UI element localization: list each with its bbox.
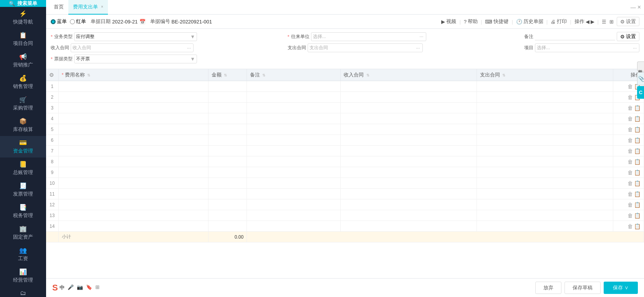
copy-row-btn-10[interactable]: 📋 (634, 180, 641, 186)
footer-bookmark-icon[interactable]: 🔖 (86, 284, 92, 291)
cell-amount-4[interactable] (209, 113, 247, 124)
cell-expense-name-14[interactable] (58, 221, 209, 232)
sidebar-item-project-contract[interactable]: 📋项目合同 (0, 28, 46, 50)
cell-expense-contract-13[interactable] (477, 210, 613, 221)
sidebar-item-capital-mgmt[interactable]: 💳资金管理 (0, 136, 46, 158)
cell-note-5[interactable] (247, 124, 341, 135)
cell-expense-name-11[interactable] (58, 189, 209, 199)
cell-expense-contract-9[interactable] (477, 167, 613, 178)
copy-row-btn-13[interactable]: 📋 (634, 212, 641, 219)
sidebar-item-purchase-mgmt[interactable]: 🛒采购管理 (0, 93, 46, 114)
project-select[interactable]: 选择... ··· (535, 43, 639, 52)
copy-row-btn-14[interactable]: 📋 (634, 223, 641, 229)
cell-amount-8[interactable] (209, 156, 247, 167)
sidebar-item-ops-mgmt[interactable]: 📊经营管理 (0, 265, 46, 287)
window-minimize-icon[interactable]: — (631, 4, 636, 10)
delete-row-btn-3[interactable]: 🗑 (627, 105, 633, 111)
sort-note[interactable]: ⇅ (262, 73, 265, 77)
cell-note-1[interactable] (247, 81, 341, 92)
delete-row-btn-14[interactable]: 🗑 (627, 223, 633, 229)
help-btn[interactable]: ? 帮助 (464, 18, 478, 25)
cell-expense-name-10[interactable] (58, 178, 209, 189)
cell-amount-10[interactable] (209, 178, 247, 189)
sort-amount[interactable]: ⇅ (224, 73, 227, 77)
cell-note-2[interactable] (247, 92, 341, 103)
delete-row-btn-13[interactable]: 🗑 (627, 212, 633, 219)
copy-row-btn-7[interactable]: 📋 (634, 148, 641, 154)
delete-row-btn-11[interactable]: 🗑 (627, 191, 633, 197)
cell-expense-name-6[interactable] (58, 135, 209, 146)
cell-note-12[interactable] (247, 199, 341, 210)
cell-expense-contract-12[interactable] (477, 199, 613, 210)
delete-row-btn-4[interactable]: 🗑 (627, 116, 633, 122)
cell-amount-12[interactable] (209, 199, 247, 210)
settings-btn[interactable]: ⚙ 设置 (617, 17, 639, 26)
delete-row-btn-12[interactable]: 🗑 (627, 202, 633, 208)
video-btn[interactable]: ▶ 视频 (441, 18, 456, 25)
copy-row-btn-12[interactable]: 📋 (634, 202, 641, 208)
th-expense-name[interactable]: * 费用名称 ⇅ (58, 69, 209, 81)
cell-amount-14[interactable] (209, 221, 247, 232)
cell-expense-name-2[interactable] (58, 92, 209, 103)
cell-expense-contract-1[interactable] (477, 81, 613, 92)
history-btn[interactable]: 🕐 历史单据 (516, 18, 543, 25)
cell-expense-name-7[interactable] (58, 146, 209, 156)
cell-expense-name-1[interactable] (58, 81, 209, 92)
delete-row-btn-6[interactable]: 🗑 (627, 137, 633, 143)
delete-row-btn-7[interactable]: 🗑 (627, 148, 633, 154)
cell-expense-contract-2[interactable] (477, 92, 613, 103)
cell-expense-contract-11[interactable] (477, 189, 613, 199)
cell-amount-5[interactable] (209, 124, 247, 135)
copy-row-btn-9[interactable]: 📋 (634, 169, 641, 176)
cell-expense-contract-8[interactable] (477, 156, 613, 167)
sidebar-item-base-info[interactable]: 🗂基础信息 (0, 287, 46, 297)
cell-amount-9[interactable] (209, 167, 247, 178)
cell-income-contract-5[interactable] (341, 124, 477, 135)
remark-input[interactable] (535, 33, 615, 40)
save-button[interactable]: 保存 ∨ (604, 282, 638, 294)
sidebar-item-fixed-assets[interactable]: 🏢固定资产 (0, 222, 46, 244)
cell-expense-name-4[interactable] (58, 113, 209, 124)
cell-expense-contract-4[interactable] (477, 113, 613, 124)
th-income-contract[interactable]: 收入合同 ⇅ (341, 69, 477, 81)
float-btn-green[interactable]: C (637, 86, 644, 99)
cell-income-contract-10[interactable] (341, 178, 477, 189)
delete-row-btn-9[interactable]: 🗑 (627, 169, 633, 176)
sidebar-top[interactable]: 🔍 搜索菜单 (0, 0, 46, 7)
copy-row-btn-4[interactable]: 📋 (634, 116, 641, 122)
income-contract-more-btn[interactable]: ··· (186, 45, 192, 51)
cell-expense-name-9[interactable] (58, 167, 209, 178)
sidebar-item-quick-nav[interactable]: ⚡快捷导航 (0, 7, 46, 28)
footer-cam-icon[interactable]: 📷 (77, 284, 83, 291)
th-amount[interactable]: 金额 ⇅ (209, 69, 247, 81)
cell-amount-2[interactable] (209, 92, 247, 103)
cell-income-contract-14[interactable] (341, 221, 477, 232)
cell-expense-name-3[interactable] (58, 103, 209, 113)
print-btn[interactable]: 🖨 打印 (551, 18, 567, 25)
income-contract-select[interactable]: 收入合同 ··· (71, 43, 194, 52)
invoice-type-select[interactable]: 不开票 ▼ (74, 55, 197, 63)
delete-row-btn-8[interactable]: 🗑 (627, 159, 633, 165)
red-bill-radio[interactable]: 红单 (70, 18, 86, 25)
view-toggle-list-icon[interactable]: ☰ (602, 19, 606, 25)
view-toggle-grid-icon[interactable]: ⊞ (609, 19, 614, 25)
sidebar-item-sales-mgmt[interactable]: 💰销售管理 (0, 71, 46, 93)
sidebar-item-marketing[interactable]: 📢营销推广 (0, 50, 46, 71)
cell-income-contract-6[interactable] (341, 135, 477, 146)
business-type-select[interactable]: 应付调整 ▼ (74, 32, 197, 41)
operations-btn[interactable]: 操作 ◀ ▶ (574, 18, 594, 25)
counterpart-select[interactable]: 选择... ··· (311, 32, 426, 41)
copy-row-btn-8[interactable]: 📋 (634, 159, 641, 165)
cell-expense-name-13[interactable] (58, 210, 209, 221)
cell-income-contract-1[interactable] (341, 81, 477, 92)
cell-income-contract-11[interactable] (341, 189, 477, 199)
cell-expense-contract-7[interactable] (477, 146, 613, 156)
cell-expense-contract-5[interactable] (477, 124, 613, 135)
expense-contract-select[interactable]: 支出合同 ··· (308, 43, 423, 52)
cell-income-contract-4[interactable] (341, 113, 477, 124)
cell-expense-contract-6[interactable] (477, 135, 613, 146)
counterpart-more-btn[interactable]: ··· (419, 34, 424, 39)
cell-income-contract-2[interactable] (341, 92, 477, 103)
th-note[interactable]: 备注 ⇅ (247, 69, 341, 81)
cell-expense-contract-3[interactable] (477, 103, 613, 113)
